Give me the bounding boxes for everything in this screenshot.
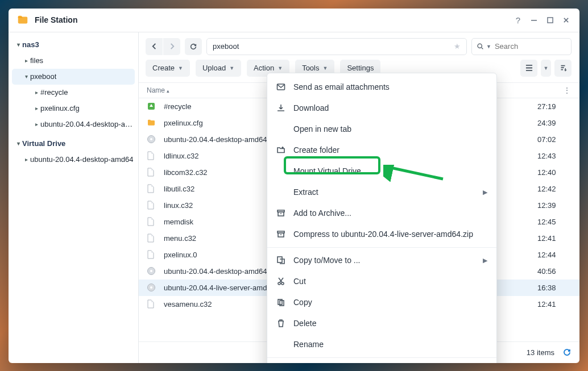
svg-point-19 bbox=[278, 282, 280, 285]
menu-item-add-to-archive[interactable]: Add to Archive... bbox=[267, 203, 496, 224]
path-bar[interactable]: pxeboot ★ bbox=[206, 38, 467, 55]
menu-item-copy-to-move-to[interactable]: Copy to/Move to ...▶ bbox=[267, 250, 496, 271]
newfolder-icon bbox=[276, 145, 285, 155]
create-button[interactable]: Create▼ bbox=[146, 60, 190, 77]
maximize-button[interactable] bbox=[542, 12, 558, 28]
menu-item-cut[interactable]: Cut bbox=[267, 271, 496, 292]
tree-item-label: files bbox=[30, 56, 43, 65]
file-time: 27:19 bbox=[537, 102, 572, 111]
menu-item-rename[interactable]: Rename bbox=[267, 334, 496, 355]
path-text: pxeboot bbox=[213, 42, 239, 51]
main-panel: pxeboot ★ ▼ Create▼ Upload▼ bbox=[139, 32, 579, 363]
tree-item[interactable]: ▸files bbox=[12, 53, 135, 69]
titlebar: File Station ? bbox=[9, 9, 579, 32]
chevron-down-icon[interactable]: ▼ bbox=[486, 44, 491, 49]
file-time: 12:41 bbox=[537, 300, 572, 309]
menu-item-label: Delete bbox=[293, 319, 316, 328]
tree-root-nas3[interactable]: ▾ nas3 bbox=[12, 37, 135, 53]
menu-separator bbox=[267, 357, 496, 358]
chevron-down-icon: ▾ bbox=[14, 41, 22, 48]
sort-button[interactable] bbox=[554, 60, 572, 77]
chevron-down-icon: ▾ bbox=[14, 140, 22, 147]
chevron-down-icon: ▾ bbox=[22, 73, 30, 80]
chevron-right-icon: ▶ bbox=[483, 257, 487, 264]
search-box[interactable]: ▼ bbox=[471, 38, 572, 55]
tree-item-label: #recycle bbox=[40, 88, 68, 97]
item-count: 13 items bbox=[527, 348, 554, 357]
forward-button[interactable] bbox=[163, 38, 180, 55]
menu-item-create-folder[interactable]: Create folder bbox=[267, 140, 496, 161]
view-dropdown-button[interactable]: ▼ bbox=[541, 60, 551, 77]
chevron-right-icon: ▸ bbox=[32, 105, 40, 111]
file-icon bbox=[147, 184, 158, 193]
menu-item-delete[interactable]: Delete bbox=[267, 313, 496, 334]
file-time: 12:39 bbox=[537, 201, 572, 210]
app-window: File Station ? ▾ nas3 ▸files▾pxeboot▸#re… bbox=[9, 9, 579, 363]
disc-icon bbox=[147, 135, 158, 144]
tree-root-label: Virtual Drive bbox=[22, 139, 65, 148]
svg-rect-1 bbox=[547, 17, 552, 22]
tree-root-virtual-drive[interactable]: ▾ Virtual Drive bbox=[12, 136, 135, 152]
svg-point-8 bbox=[150, 270, 152, 272]
menu-item-label: Cut bbox=[293, 277, 306, 286]
refresh-list-button[interactable] bbox=[562, 348, 572, 357]
file-time: 16:38 bbox=[537, 284, 572, 292]
search-input[interactable] bbox=[494, 41, 566, 51]
disc-icon bbox=[147, 283, 158, 292]
close-button[interactable] bbox=[558, 12, 574, 28]
nav-history bbox=[146, 38, 180, 55]
tree-item[interactable]: ▸ubuntu-20.04.4-desktop-amd64 bbox=[12, 152, 135, 168]
chevron-right-icon: ▶ bbox=[483, 189, 487, 196]
chevron-right-icon: ▸ bbox=[22, 156, 30, 162]
menu-item-extract[interactable]: Extract▶ bbox=[267, 182, 496, 203]
file-icon bbox=[147, 250, 158, 259]
tree-item[interactable]: ▾pxeboot bbox=[12, 69, 135, 85]
star-icon[interactable]: ★ bbox=[454, 42, 461, 51]
file-time: 12:41 bbox=[537, 234, 572, 243]
svg-point-2 bbox=[478, 44, 482, 48]
nav-row: pxeboot ★ ▼ bbox=[139, 32, 579, 60]
upload-button[interactable]: Upload▼ bbox=[196, 60, 241, 77]
menu-item-open-in-new-tab[interactable]: Open in new tab bbox=[267, 119, 496, 140]
app-folder-icon bbox=[16, 14, 29, 26]
menu-item-send-as-email-attachments[interactable]: Send as email attachments bbox=[267, 77, 496, 98]
menu-item-label: Send as email attachments bbox=[293, 82, 390, 91]
minimize-button[interactable] bbox=[526, 12, 542, 28]
mail-icon bbox=[276, 82, 285, 91]
menu-item-label: Mount Virtual Drive bbox=[293, 166, 361, 176]
help-button[interactable]: ? bbox=[510, 12, 526, 28]
tree-item[interactable]: ▸pxelinux.cfg bbox=[12, 101, 135, 116]
trash-icon bbox=[276, 319, 285, 328]
menu-item-create-desktop-shortcut[interactable]: Create desktop shortcut bbox=[267, 360, 496, 363]
recycle-icon bbox=[147, 102, 158, 111]
menu-item-mount-virtual-drive[interactable]: Mount Virtual Drive bbox=[267, 161, 496, 182]
tree-item-label: ubuntu-20.04.4-desktop-amd64 bbox=[40, 120, 135, 128]
svg-point-11 bbox=[150, 286, 152, 289]
tree-item[interactable]: ▸ubuntu-20.04.4-desktop-amd64 bbox=[12, 116, 135, 132]
chevron-right-icon: ▸ bbox=[32, 121, 40, 127]
menu-item-label: Download bbox=[293, 103, 329, 112]
back-button[interactable] bbox=[146, 38, 163, 55]
context-menu: Send as email attachmentsDownloadOpen in… bbox=[267, 73, 497, 363]
column-options-button[interactable]: ⋮ bbox=[562, 86, 572, 94]
tree-item-label: pxeboot bbox=[30, 72, 56, 81]
chevron-right-icon: ▸ bbox=[22, 57, 30, 64]
menu-item-download[interactable]: Download bbox=[267, 98, 496, 119]
file-time: 12:45 bbox=[537, 218, 572, 226]
chevron-right-icon: ▸ bbox=[32, 89, 40, 95]
menu-item-copy[interactable]: Copy bbox=[267, 292, 496, 313]
file-icon bbox=[147, 151, 158, 160]
view-list-button[interactable] bbox=[520, 60, 537, 77]
menu-item-compress-to-ubuntu-20-04-4-live-server-amd64-zip[interactable]: Compress to ubuntu-20.04.4-live-server-a… bbox=[267, 224, 496, 245]
file-icon bbox=[147, 217, 158, 226]
menu-item-label: Copy to/Move to ... bbox=[293, 256, 361, 265]
disc-icon bbox=[147, 266, 158, 276]
menu-item-label: Add to Archive... bbox=[293, 209, 351, 218]
file-icon bbox=[147, 201, 158, 210]
file-time: 24:39 bbox=[537, 119, 572, 127]
svg-rect-0 bbox=[531, 20, 537, 21]
refresh-button[interactable] bbox=[185, 38, 202, 55]
file-icon bbox=[147, 234, 158, 243]
archive-icon bbox=[276, 209, 285, 218]
tree-item[interactable]: ▸#recycle bbox=[12, 85, 135, 101]
